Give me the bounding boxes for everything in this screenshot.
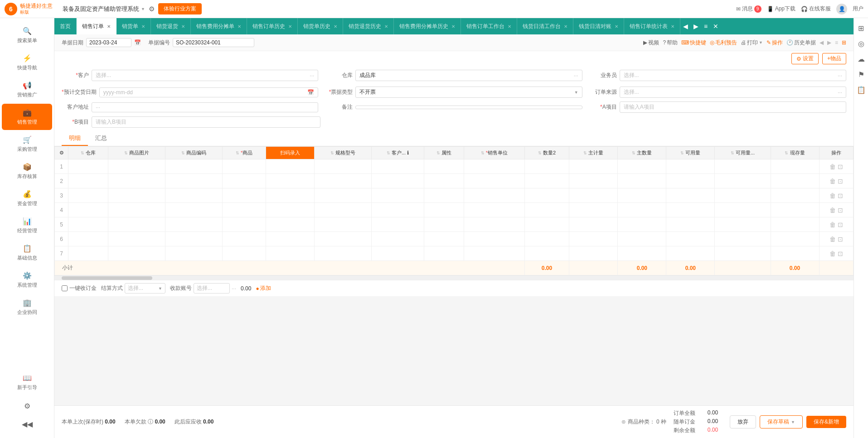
row6-unit[interactable] xyxy=(464,232,524,246)
discard-btn[interactable]: 放弃 xyxy=(730,415,756,428)
tab-prev-btn[interactable]: ◀ xyxy=(680,18,691,34)
row4-available2[interactable] xyxy=(715,203,771,217)
sidebar-item-guide[interactable]: 📖 新手引导 xyxy=(2,369,52,395)
tab-return-close[interactable]: ✕ xyxy=(181,24,185,29)
row7-warehouse[interactable] xyxy=(68,246,108,261)
row1-stock[interactable] xyxy=(771,159,819,174)
calendar-icon[interactable]: 📅 xyxy=(134,39,141,46)
row7-copy-icon[interactable]: ⊡ xyxy=(838,250,843,257)
address-input[interactable]: ··· xyxy=(92,102,318,112)
right-icon-3[interactable]: ☁ xyxy=(855,53,868,65)
col-customer-code[interactable]: ⇅ 客户... ℹ xyxy=(371,147,424,159)
sidebar-item-marketing[interactable]: 📢 营销推广 xyxy=(2,77,52,103)
row3-warehouse[interactable] xyxy=(68,188,108,203)
row1-main-qty[interactable] xyxy=(618,159,666,174)
row7-delete-icon[interactable]: 🗑 xyxy=(829,250,836,257)
tab-sales-order[interactable]: 销售订单 ✕ xyxy=(77,18,116,34)
add-btn[interactable]: ● 添加 xyxy=(256,284,271,292)
row5-spec[interactable] xyxy=(314,217,371,232)
row5-stock[interactable] xyxy=(771,217,819,232)
row2-scan[interactable] xyxy=(266,174,314,188)
row2-copy-icon[interactable]: ⊡ xyxy=(838,178,843,185)
tab-detail[interactable]: 明细 xyxy=(62,131,88,146)
sidebar-item-purchase[interactable]: 🛒 采购管理 xyxy=(2,131,52,157)
row6-spec[interactable] xyxy=(314,232,371,246)
row2-main-qty[interactable] xyxy=(618,174,666,188)
industry-btn[interactable]: 体验行业方案 xyxy=(158,3,202,14)
row7-main-unit[interactable] xyxy=(569,246,618,261)
row7-qty2[interactable] xyxy=(524,246,569,261)
row7-product[interactable] xyxy=(223,246,266,261)
row5-attribute[interactable] xyxy=(424,217,464,232)
row1-unit[interactable] xyxy=(464,159,524,174)
row5-code[interactable] xyxy=(165,217,223,232)
tab-expense-history-close[interactable]: ✕ xyxy=(451,24,455,29)
row3-delete-icon[interactable]: 🗑 xyxy=(829,192,836,199)
tab-expense-history[interactable]: 销售费用分摊单历史 ✕ xyxy=(394,18,461,34)
row3-code[interactable] xyxy=(165,188,223,203)
sidebar-item-quick-nav[interactable]: ⚡ 快捷导航 xyxy=(2,49,52,76)
next-record-btn[interactable]: ▶ xyxy=(827,39,831,46)
row3-spec[interactable] xyxy=(314,188,371,203)
row6-delete-icon[interactable]: 🗑 xyxy=(829,236,836,243)
row4-qty2[interactable] xyxy=(524,203,569,217)
row1-image[interactable] xyxy=(108,159,165,174)
row7-available[interactable] xyxy=(666,246,715,261)
prev-record-btn[interactable]: ◀ xyxy=(820,39,824,46)
row2-qty2[interactable] xyxy=(524,174,569,188)
sidebar-item-finance[interactable]: 💰 资金管理 xyxy=(2,185,52,212)
tab-sales-goods[interactable]: 销货单 ✕ xyxy=(116,18,151,34)
row2-warehouse[interactable] xyxy=(68,174,108,188)
row6-code[interactable] xyxy=(165,232,223,246)
row6-attribute[interactable] xyxy=(424,232,464,246)
row7-unit[interactable] xyxy=(464,246,524,261)
row6-warehouse[interactable] xyxy=(68,232,108,246)
row1-delete-icon[interactable]: 🗑 xyxy=(829,163,836,170)
row7-spec[interactable] xyxy=(314,246,371,261)
col-available2[interactable]: ⇅ 可用量... xyxy=(715,147,771,159)
col-main-qty[interactable]: ⇅ 主数量 xyxy=(618,147,666,159)
row4-code[interactable] xyxy=(165,203,223,217)
row4-copy-icon[interactable]: ⊡ xyxy=(838,207,843,214)
row6-image[interactable] xyxy=(108,232,165,246)
row5-image[interactable] xyxy=(108,217,165,232)
col-product[interactable]: ⇅ *商品 xyxy=(223,147,266,159)
row5-main-unit[interactable] xyxy=(569,217,618,232)
account-expand-icon[interactable]: ··· xyxy=(232,285,236,292)
tab-goods-history-close[interactable]: ✕ xyxy=(334,24,337,29)
row1-main-unit[interactable] xyxy=(569,159,618,174)
col-image[interactable]: ⇅ 商品图片 xyxy=(108,147,165,159)
row3-unit[interactable] xyxy=(464,188,524,203)
row6-qty2[interactable] xyxy=(524,232,569,246)
tab-return[interactable]: 销货退货 ✕ xyxy=(151,18,191,34)
row7-stock[interactable] xyxy=(771,246,819,261)
row2-image[interactable] xyxy=(108,174,165,188)
row7-code[interactable] xyxy=(165,246,223,261)
sidebar-item-settings[interactable]: ⚙ xyxy=(2,397,52,415)
staff-input[interactable]: 选择... ··· xyxy=(620,70,846,81)
ops-btn[interactable]: ✎ 操作 xyxy=(766,39,783,47)
row2-stock[interactable] xyxy=(771,174,819,188)
account-select[interactable]: 选择... xyxy=(194,283,230,294)
sidebar-item-search[interactable]: 🔍 搜索菜单 xyxy=(2,22,52,48)
add-goods-btn[interactable]: +物品 xyxy=(822,53,846,64)
payment-method-select[interactable]: 选择... ▼ xyxy=(125,283,165,294)
sidebar-item-system[interactable]: ⚙️ 系统管理 xyxy=(2,267,52,293)
right-icon-5[interactable]: 📋 xyxy=(855,83,868,96)
warehouse-input[interactable]: 成品库 ··· xyxy=(355,70,582,81)
print-btn[interactable]: 🖨 打印 ▼ xyxy=(741,39,763,47)
ticket-select[interactable]: 不开票 ▼ xyxy=(355,87,582,98)
profit-btn[interactable]: ◎ 毛利预告 xyxy=(710,39,737,47)
row1-available2[interactable] xyxy=(715,159,771,174)
col-stock[interactable]: ⇅ 现存量 xyxy=(771,147,819,159)
system-title[interactable]: 装备及固定资产辅助管理系统 ▼ xyxy=(63,5,145,13)
delivery-input[interactable]: yyyy-mm-dd 📅 xyxy=(99,87,319,97)
row2-attribute[interactable] xyxy=(424,174,464,188)
right-icon-2[interactable]: ◎ xyxy=(855,37,868,50)
row6-available2[interactable] xyxy=(715,232,771,246)
row7-attribute[interactable] xyxy=(424,246,464,261)
col-available[interactable]: ⇅ 可用量 xyxy=(666,147,715,159)
row3-qty2[interactable] xyxy=(524,188,569,203)
tab-home[interactable]: 首页 xyxy=(54,18,77,34)
row4-available[interactable] xyxy=(666,203,715,217)
